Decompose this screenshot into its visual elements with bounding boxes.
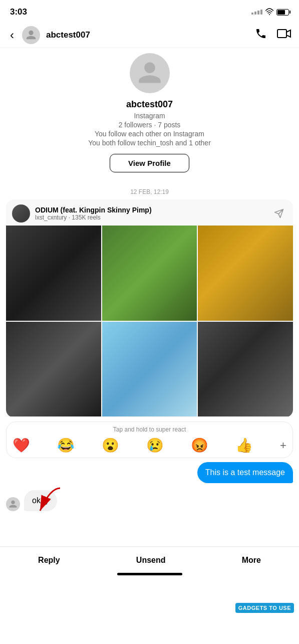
reaction-wow[interactable]: 😮: [102, 437, 119, 454]
reel-grid: [6, 226, 293, 417]
video-call-button[interactable]: [277, 28, 291, 43]
reel-subtitle: lxst_cxntury · 135K reels: [35, 214, 266, 221]
svg-point-0: [269, 14, 270, 15]
home-indicator: [0, 569, 299, 578]
profile-stats: 2 followers · 7 posts: [119, 121, 181, 129]
grid-cell-5: [102, 322, 197, 417]
profile-mutual: You both follow techin_tosh and 1 other: [88, 139, 211, 147]
reel-card[interactable]: ODIUM (feat. Kingpin Skinny Pimp) lxst_c…: [6, 199, 293, 417]
nav-avatar: [22, 26, 40, 44]
more-button[interactable]: More: [230, 554, 273, 567]
wifi-icon: [265, 8, 273, 17]
view-profile-button[interactable]: View Profile: [110, 154, 189, 172]
profile-username: abctest007: [126, 99, 173, 110]
reaction-more-button[interactable]: +: [280, 440, 286, 451]
reel-header: ODIUM (feat. Kingpin Skinny Pimp) lxst_c…: [6, 199, 293, 226]
date-divider: 12 FEB, 12:19: [0, 182, 299, 199]
nav-bar: ‹ abctest007: [0, 22, 299, 48]
profile-platform: Instagram: [134, 112, 165, 120]
grid-cell-2: [102, 226, 197, 321]
bottom-actions: Reply Unsend More: [0, 546, 299, 569]
reply-button[interactable]: Reply: [26, 554, 72, 567]
profile-avatar: [130, 53, 170, 93]
reel-thumb: [12, 204, 30, 223]
sent-message-bubble: This is a test message: [197, 462, 293, 483]
signal-icon: [251, 10, 262, 15]
status-icons: [251, 8, 289, 17]
messages-area: This is a test message: [0, 462, 299, 490]
grid-cell-3: [198, 226, 293, 321]
status-bar: 3:03: [0, 0, 299, 22]
received-avatar: [6, 497, 20, 511]
received-message-row: okay: [6, 490, 293, 511]
nav-actions: [255, 28, 291, 43]
reaction-hint: Tap and hold to super react: [13, 426, 286, 433]
reaction-bar: Tap and hold to super react ❤️ 😂 😮 😢 😡 👍…: [6, 421, 293, 458]
profile-section: abctest007 Instagram 2 followers · 7 pos…: [0, 48, 299, 182]
reaction-emojis: ❤️ 😂 😮 😢 😡 👍 +: [13, 437, 286, 454]
back-button[interactable]: ‹: [8, 26, 16, 44]
reaction-sad[interactable]: 😢: [146, 437, 164, 454]
arrow-area: [0, 516, 299, 546]
reaction-heart[interactable]: ❤️: [13, 437, 30, 454]
nav-username: abctest007: [46, 30, 249, 40]
profile-follow-status: You follow each other on Instagram: [95, 130, 204, 138]
svg-rect-1: [277, 30, 286, 38]
received-message-bubble: okay: [24, 490, 57, 511]
grid-cell-1: [6, 226, 101, 321]
status-time: 3:03: [10, 7, 27, 17]
reel-send-button[interactable]: [271, 205, 287, 222]
reel-title: ODIUM (feat. Kingpin Skinny Pimp): [35, 206, 266, 214]
reaction-angry[interactable]: 😡: [191, 437, 208, 454]
battery-icon: [276, 9, 289, 16]
grid-cell-6: [198, 322, 293, 417]
grid-cell-4: [6, 322, 101, 417]
home-bar: [117, 573, 182, 575]
received-message-area: okay: [0, 490, 299, 516]
reel-info: ODIUM (feat. Kingpin Skinny Pimp) lxst_c…: [35, 206, 266, 221]
call-button[interactable]: [255, 28, 267, 43]
watermark: GADGETS TO USE: [235, 603, 294, 613]
unsend-button[interactable]: Unsend: [124, 554, 178, 567]
reaction-laugh[interactable]: 😂: [57, 437, 75, 454]
reaction-thumbs-up[interactable]: 👍: [235, 437, 253, 454]
